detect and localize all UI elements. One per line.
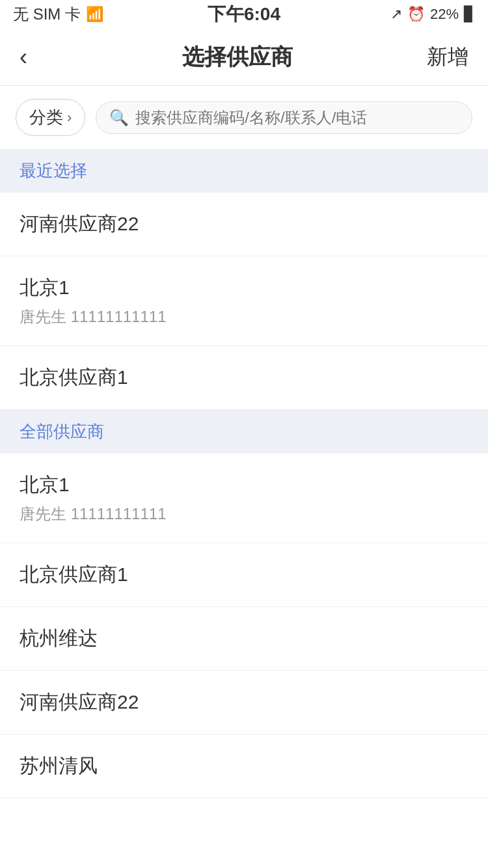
status-left: 无 SIM 卡 📶 [13,4,103,25]
battery-label: 22% [430,6,459,23]
list-item[interactable]: 北京供应商1 [0,543,488,607]
battery-icon: ▊ [464,6,475,23]
all-items-list: 北京1唐先生 11111111111北京供应商1杭州维达河南供应商22苏州清风 [0,454,488,798]
item-name: 杭州维达 [20,625,468,652]
recent-items-list: 河南供应商22北京1唐先生 11111111111北京供应商1 [0,193,488,410]
back-button[interactable]: ‹ [20,44,59,71]
nav-bar: ‹ 选择供应商 新增 [0,29,488,86]
item-name: 北京供应商1 [20,562,468,588]
list-item[interactable]: 杭州维达 [0,607,488,671]
category-label: 分类 [29,106,63,129]
item-name: 北京供应商1 [20,364,468,391]
page-title: 选择供应商 [182,42,293,72]
list-item[interactable]: 北京供应商1 [0,346,488,410]
item-name: 河南供应商22 [20,689,468,716]
filter-bar: 分类 › 🔍 [0,86,488,149]
add-button[interactable]: 新增 [416,43,468,72]
location-icon: ↗ [390,6,402,23]
alarm-icon: ⏰ [407,6,425,23]
item-name: 河南供应商22 [20,211,468,237]
recent-section-header: 最近选择 [0,149,488,193]
item-sub: 唐先生 11111111111 [20,306,468,327]
carrier-label: 无 SIM 卡 [13,4,81,25]
list-item[interactable]: 苏州清风 [0,735,488,798]
status-time: 下午6:04 [208,2,280,27]
status-right: ↗ ⏰ 22% ▊ [390,6,475,23]
chevron-icon: › [67,109,72,126]
search-input[interactable] [135,109,459,127]
list-item[interactable]: 北京1唐先生 11111111111 [0,256,488,346]
all-section-header: 全部供应商 [0,410,488,454]
list-item[interactable]: 河南供应商22 [0,671,488,735]
list-item[interactable]: 北京1唐先生 11111111111 [0,454,488,543]
status-bar: 无 SIM 卡 📶 下午6:04 ↗ ⏰ 22% ▊ [0,0,488,29]
item-name: 北京1 [20,275,468,301]
wifi-icon: 📶 [86,6,103,23]
item-sub: 唐先生 11111111111 [20,504,468,524]
list-item[interactable]: 河南供应商22 [0,193,488,256]
item-name: 北京1 [20,472,468,498]
category-button[interactable]: 分类 › [16,99,85,136]
item-name: 苏州清风 [20,753,468,780]
search-box[interactable]: 🔍 [96,102,472,134]
search-icon: 🔍 [109,109,129,127]
